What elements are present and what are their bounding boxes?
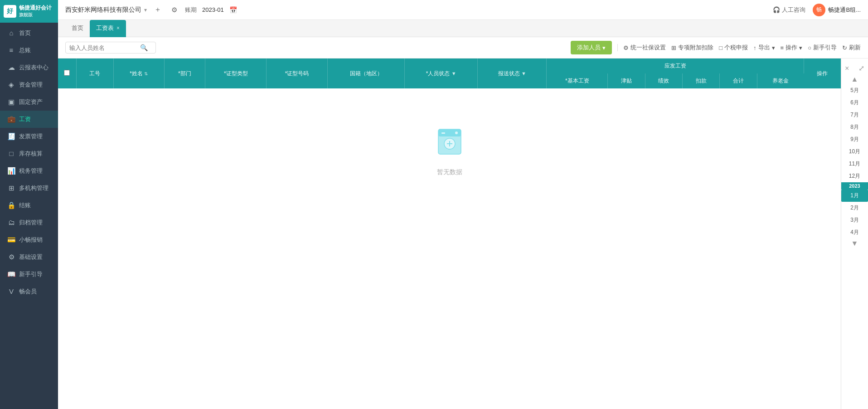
th-status: *人员状态 ▼ [405, 58, 478, 88]
month-2[interactable]: 2月 [841, 202, 868, 214]
sidebar-item-label: 结账 [19, 201, 31, 209]
add-company-button[interactable]: ＋ [152, 5, 163, 15]
closing-icon: 🔒 [7, 201, 15, 209]
sidebar-item-fund[interactable]: ◈ 资金管理 [0, 76, 58, 93]
individual-tax-icon: □ [719, 44, 723, 51]
social-security-button[interactable]: ⚙ 统一社保设置 [623, 44, 666, 52]
sidebar-item-label: 多机构管理 [19, 184, 48, 192]
th-allowance: 津贴 [608, 73, 645, 88]
sidebar-item-invoice[interactable]: 🧾 发票管理 [0, 128, 58, 145]
company-settings-button[interactable]: ⚙ [169, 5, 179, 15]
operations-button[interactable]: ≡ 操作 ▾ [781, 44, 803, 52]
export-dropdown-icon: ▾ [772, 44, 775, 51]
app-logo: 好 畅捷通好会计 旗舰版 [0, 0, 58, 23]
member-icon: V [7, 287, 15, 295]
svg-point-6 [455, 131, 458, 134]
report-status-filter-icon[interactable]: ▼ [521, 71, 526, 76]
scroll-up-icon[interactable]: ▲ [851, 74, 858, 84]
status-filter-icon[interactable]: ▼ [451, 71, 456, 76]
th-checkbox[interactable] [58, 58, 76, 88]
sidebar-item-multi-org[interactable]: ⊞ 多机构管理 [0, 180, 58, 197]
sidebar-item-inventory[interactable]: □ 库存核算 [0, 145, 58, 162]
guide-icon: 📖 [7, 270, 15, 278]
search-icon: 🔍 [140, 44, 148, 51]
panel-expand-icon[interactable]: ⤢ [858, 63, 864, 73]
sidebar-item-member[interactable]: V 畅会员 [0, 283, 58, 300]
sidebar-item-label: 云报表中心 [19, 63, 48, 72]
sidebar-item-label: 固定资产 [19, 98, 43, 106]
toolbar-right: 添加人员 ▾ ⚙ 统一社保设置 ⊞ 专项附加扣除 □ 个税申报 ↑ 导出 ▾ [571, 41, 861, 54]
export-label: 导出 [758, 44, 770, 52]
empty-icon [432, 125, 468, 161]
search-input[interactable] [69, 44, 137, 51]
multi-org-icon: ⊞ [7, 184, 15, 192]
month-1-active[interactable]: 1月 [841, 190, 868, 202]
company-selector[interactable]: 西安虾米网络科技有限公司 ▾ [65, 6, 147, 14]
tab-home[interactable]: 首页 [65, 20, 90, 37]
month-8[interactable]: 8月 [841, 121, 868, 133]
sidebar-item-guide[interactable]: 📖 新手引导 [0, 266, 58, 283]
month-11[interactable]: 11月 [841, 158, 868, 170]
avatar: 畅 [813, 4, 825, 16]
salary-table: 工号 *姓名 ⇅ *部门 *证型类型 *证型号码 [58, 58, 841, 213]
social-security-label: 统一社保设置 [630, 44, 666, 52]
export-button[interactable]: ↑ 导出 ▾ [753, 44, 775, 52]
guide-button[interactable]: ○ 新手引导 [808, 44, 837, 52]
month-4[interactable]: 4月 [841, 226, 868, 239]
right-panel: × ⤢ ▲ 5月 6月 7月 8月 9月 10月 11月 12月 2023 1月… [841, 58, 868, 409]
assets-icon: ▣ [7, 98, 15, 106]
sidebar-item-ledger[interactable]: ≡ 总账 [0, 42, 58, 59]
add-person-dropdown-icon: ▾ [602, 44, 606, 51]
tab-salary[interactable]: 工资表 × [90, 20, 126, 37]
sidebar-item-expense[interactable]: 💳 小畅报销 [0, 231, 58, 248]
panel-close-icon[interactable]: × [845, 63, 849, 73]
th-dept: *部门 [164, 58, 205, 88]
salary-icon: 💼 [7, 115, 15, 123]
scroll-down-icon[interactable]: ▼ [851, 239, 858, 248]
headset-icon: 🎧 [773, 6, 780, 13]
sidebar-item-fixed-assets[interactable]: ▣ 固定资产 [0, 93, 58, 111]
user-info[interactable]: 畅 畅捷通B组... [813, 4, 861, 16]
sidebar-item-label: 小畅报销 [19, 236, 43, 244]
select-all-checkbox[interactable] [64, 70, 70, 76]
month-7[interactable]: 7月 [841, 109, 868, 121]
th-nationality: 国籍（地区） [328, 58, 405, 88]
tab-close-icon[interactable]: × [116, 25, 120, 31]
special-deduction-button[interactable]: ⊞ 专项附加扣除 [671, 44, 713, 52]
name-sort-icon[interactable]: ⇅ [144, 71, 148, 76]
add-person-button[interactable]: 添加人员 ▾ [571, 41, 612, 54]
user-name: 畅捷通B组... [828, 6, 861, 14]
special-deduction-icon: ⊞ [671, 44, 676, 51]
refresh-label: 刷新 [849, 44, 861, 52]
sidebar-item-tax[interactable]: 📊 税务管理 [0, 162, 58, 180]
calendar-icon[interactable]: 📅 [229, 6, 237, 14]
refresh-button[interactable]: ↻ 刷新 [842, 44, 861, 52]
home-icon: ⌂ [7, 29, 15, 37]
sidebar-item-home[interactable]: ⌂ 首页 [0, 24, 58, 42]
month-9[interactable]: 9月 [841, 133, 868, 146]
individual-tax-button[interactable]: □ 个税申报 [719, 44, 748, 52]
search-box[interactable]: 🔍 [65, 42, 156, 54]
th-name: *姓名 ⇅ [113, 58, 164, 88]
sidebar-item-cloud-report[interactable]: ☁ 云报表中心 [0, 59, 58, 76]
th-base-salary: *基本工资 [547, 73, 608, 88]
cloud-icon: ☁ [7, 63, 15, 72]
sidebar-item-closing[interactable]: 🔒 结账 [0, 197, 58, 214]
month-3[interactable]: 3月 [841, 214, 868, 226]
sidebar-item-salary[interactable]: 💼 工资 [0, 111, 58, 128]
service-button[interactable]: 🎧 人工咨询 [773, 6, 805, 14]
sidebar-item-label: 库存核算 [19, 150, 43, 158]
sidebar-nav: ⌂ 首页 ≡ 总账 ☁ 云报表中心 ◈ 资金管理 ▣ 固定资产 💼 工资 🧾 发… [0, 23, 58, 409]
app-title: 畅捷通好会计 [19, 5, 52, 12]
sidebar-item-settings[interactable]: ⚙ 基础设置 [0, 248, 58, 266]
sidebar-item-archive[interactable]: 🗂 归档管理 [0, 214, 58, 231]
th-total: 合计 [720, 73, 757, 88]
guide-label: 新手引导 [813, 44, 837, 52]
special-deduction-label: 专项附加扣除 [678, 44, 713, 52]
month-12[interactable]: 12月 [841, 170, 868, 182]
right-panel-top: × ⤢ [841, 60, 868, 74]
sidebar-item-label: 税务管理 [19, 167, 43, 175]
month-5[interactable]: 5月 [841, 84, 868, 97]
month-10[interactable]: 10月 [841, 146, 868, 158]
month-6[interactable]: 6月 [841, 97, 868, 109]
